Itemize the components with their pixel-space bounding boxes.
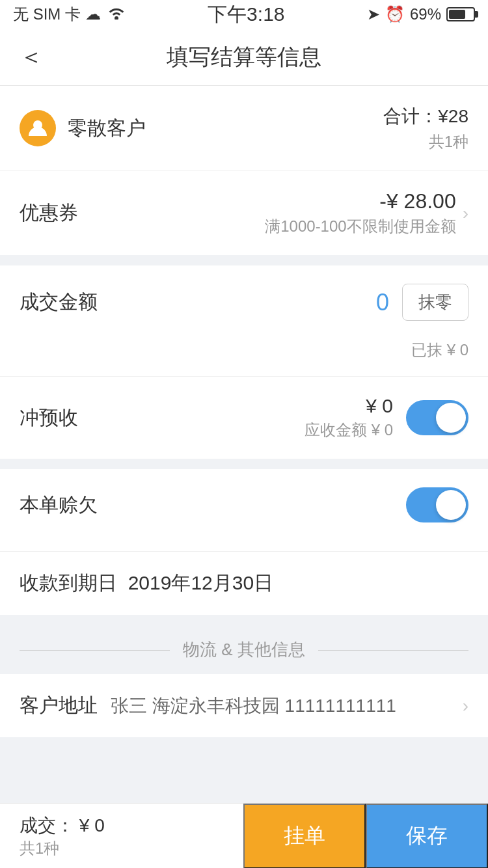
address-row[interactable]: 客户地址 张三 海淀永丰科技园 11111111111 › [0,674,488,737]
coupon-label: 优惠券 [20,200,78,226]
customer-card: 零散客户 合计：¥28 共1种 优惠券 -¥ 28.00 满1000-100不限… [0,86,488,255]
round-zero-button[interactable]: 抹零 [402,284,468,321]
save-button[interactable]: 保存 [366,804,488,869]
battery-percent: 69% [410,5,441,23]
due-date-section: 收款到期日 2019年12月30日 [0,551,488,615]
address-card: 客户地址 张三 海淀永丰科技园 11111111111 › [0,674,488,737]
prereceive-amount: ¥ 0 [305,395,393,417]
nav-bar: ＜ 填写结算等信息 [0,29,488,86]
coupon-right: -¥ 28.00 满1000-100不限制使用金额 › [265,189,468,237]
wifi-icon [107,5,126,23]
coupon-row[interactable]: 优惠券 -¥ 28.00 满1000-100不限制使用金额 › [0,170,488,255]
customer-left: 零散客户 [20,110,146,146]
prereceive-right: ¥ 0 应收金额 ¥ 0 [305,395,468,441]
debit-section: 本单赊欠 收款到期日 2019年12月30日 [0,469,488,615]
status-right: ➤ ⏰ 69% [367,5,475,23]
due-date-text: 收款到期日 2019年12月30日 [20,572,273,593]
deal-amount-label: 成交金额 [20,289,98,316]
customer-name: 零散客户 [68,115,146,142]
coupon-desc: 满1000-100不限制使用金额 [265,216,455,237]
alarm-icon: ⏰ [385,5,405,23]
content: 零散客户 合计：¥28 共1种 优惠券 -¥ 28.00 满1000-100不限… [0,86,488,826]
bottom-count: 共1种 [20,838,224,859]
back-button[interactable]: ＜ [20,41,43,73]
prereceive-label: 冲预收 [20,405,78,431]
page-title: 填写结算等信息 [167,42,321,72]
location-icon: ➤ [367,5,380,23]
prereceive-sub: 应收金额 ¥ 0 [305,420,393,441]
logistics-section: 物流 & 其他信息 [0,625,488,674]
address-value: 张三 海淀永丰科技园 11111111111 [111,694,463,718]
status-time: 下午3:18 [208,1,284,28]
bottom-bar: 成交： ¥ 0 共1种 挂单 保存 [0,803,488,868]
deal-amount-value: 0 [376,289,389,316]
chevron-right-icon: › [463,203,468,224]
debit-row: 本单赊欠 [0,469,488,541]
status-bar: 无 SIM 卡 ☁ 下午3:18 ➤ ⏰ 69% [0,0,488,29]
total-label: 合计：¥28 [383,104,468,129]
prereceive-toggle[interactable] [406,400,468,435]
customer-row: 零散客户 合计：¥28 共1种 [0,86,488,170]
bottom-deal: 成交： ¥ 0 [20,813,224,838]
total-count: 共1种 [383,131,468,152]
amount-section: 成交金额 0 抹零 已抹 ¥ 0 冲预收 ¥ 0 应收金额 ¥ 0 [0,265,488,459]
prereceive-values: ¥ 0 应收金额 ¥ 0 [305,395,393,441]
logistics-label: 物流 & 其他信息 [170,638,318,661]
amount-row: 成交金额 0 抹零 [0,265,488,339]
toggle-knob [436,403,466,433]
prereceive-row: 冲预收 ¥ 0 应收金额 ¥ 0 [0,376,488,459]
hang-button[interactable]: 挂单 [243,804,366,869]
no-sim-text: 无 SIM 卡 ☁ [13,4,101,25]
address-chevron-icon: › [463,696,468,716]
debit-toggle[interactable] [406,487,468,522]
debit-label: 本单赊欠 [20,492,98,519]
status-left: 无 SIM 卡 ☁ [13,4,126,25]
debit-toggle-knob [436,490,466,520]
amount-sub-text: 已抹 ¥ 0 [411,341,468,359]
coupon-discount: -¥ 28.00 [265,189,455,213]
avatar [20,110,56,146]
bottom-info: 成交： ¥ 0 共1种 [0,813,243,859]
address-label: 客户地址 [20,692,98,719]
customer-right: 合计：¥28 共1种 [383,104,468,152]
amount-right: 0 抹零 [376,284,468,321]
battery-icon [446,7,475,21]
